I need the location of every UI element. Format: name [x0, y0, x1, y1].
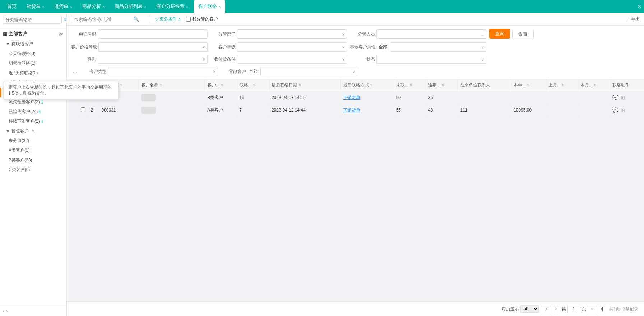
row1-this-month [578, 91, 610, 104]
retail-customer-field: 零散客户 全部 ∨ [221, 67, 357, 76]
first-page-btn[interactable]: |‹ [542, 305, 550, 313]
search-input[interactable] [74, 17, 132, 22]
retail-customer-arrow: ∨ [352, 70, 355, 74]
gender-select[interactable]: ∨ [98, 55, 208, 64]
row2-select[interactable] [81, 107, 85, 112]
close-customer-contact-tab[interactable]: × [218, 4, 221, 9]
row2-last-method[interactable]: 下销货单 [341, 104, 394, 117]
sort-icon-last-method: ⇅ [370, 83, 373, 87]
phone-input[interactable] [98, 29, 208, 39]
filter-row-2: 客户价格等级 ∨ 客户等级 ∨ 零散客户属性 全部 [71, 42, 640, 52]
edit-icon[interactable]: ✎ [32, 129, 35, 134]
sidebar-item-declining[interactable]: 持续下滑客户(2) ℹ [0, 117, 66, 126]
nav-tab-sales[interactable]: 销货单 × [22, 0, 48, 13]
row1-share-icon[interactable]: ⊞ [621, 95, 625, 100]
query-button[interactable]: 查询 [489, 29, 510, 39]
nav-tab-customer-contact[interactable]: 客户联络 × [194, 0, 225, 13]
more-conditions-btn[interactable]: ▽ 更多条件 ∧ [153, 15, 183, 23]
sidebar-item-ungrouped[interactable]: 未分组(32) [0, 136, 66, 146]
row1-last-method[interactable]: 下销货单 [341, 91, 394, 104]
my-customers-checkbox-label[interactable]: 我分管的客户 [186, 16, 218, 22]
more-dots-btn[interactable]: ... [71, 68, 79, 75]
nav-tab-analysis-list[interactable]: 商品分析列表 × [110, 0, 150, 13]
row2-share-icon[interactable]: ⊞ [621, 107, 625, 113]
close-analysis-list-tab[interactable]: × [144, 4, 146, 9]
close-purchase-tab[interactable]: × [70, 4, 72, 9]
search-icon[interactable]: 🔍 [133, 16, 139, 22]
manager-select[interactable]: ... [376, 29, 486, 39]
sidebar-item-churned[interactable]: 已流失客户(24) ℹ [0, 107, 66, 117]
pending-contact-label[interactable]: ▼ 待联络客户 [0, 39, 66, 49]
row2-method-link[interactable]: 下销货单 [343, 108, 360, 113]
price-level-select[interactable]: ∨ [98, 42, 208, 52]
row1-method-link[interactable]: 下销货单 [343, 95, 360, 100]
col-this-month[interactable]: 本月... ⇅ [578, 79, 610, 91]
sort-icon-last-month: ⇅ [562, 83, 565, 87]
close-sales-tab[interactable]: × [42, 4, 44, 9]
sort-icon-overdue: ⇅ [441, 83, 444, 87]
col-last-month[interactable]: 上月... ⇅ [546, 79, 578, 91]
page-number-input[interactable] [567, 305, 580, 313]
advanced-filters: 电话号码 分管部门 ∨ 分管人员 ... [67, 26, 644, 79]
export-btn[interactable]: ↑ 导出 [628, 16, 640, 22]
sort-icon-this-year: ⇅ [527, 83, 530, 87]
row2-checkbox[interactable] [78, 104, 88, 117]
last-page-btn[interactable]: ›| [598, 305, 606, 313]
dept-arrow: ∨ [342, 32, 344, 36]
next-page-btn[interactable]: › [588, 305, 596, 313]
all-customers-title[interactable]: ▦ 全部客户 ≫ [0, 28, 66, 39]
row2-name-blur [141, 107, 156, 114]
sidebar-item-tomorrow[interactable]: 明天待联络(1) [0, 58, 66, 68]
next-nav-arrow[interactable]: › [6, 308, 8, 314]
status-field: 状态 ∨ [350, 55, 486, 64]
table-body: 1 000039 B类客户 15 2023-04-17 14:19: 下销货单 … [67, 91, 644, 117]
status-select[interactable]: ∨ [376, 55, 486, 64]
col-unit-contact[interactable]: 往来单位联系人 [458, 79, 511, 91]
filter-row-4: ... 客户类型 ∨ 零散客户 全部 ∨ [71, 67, 640, 76]
col-level[interactable]: 客户... ⇅ [205, 79, 237, 91]
sidebar-search-icon[interactable]: 🔍 [63, 17, 67, 23]
arrow-down-icon: ▼ [6, 42, 10, 47]
close-customer-segment-tab[interactable]: × [186, 4, 188, 9]
row1-action: 💬 ⊞ [610, 91, 644, 104]
sidebar-item-today[interactable]: 今天待联络(0) [0, 49, 66, 58]
sidebar-item-7days[interactable]: 近7天待联络(0) [0, 68, 66, 78]
row1-chat-icon[interactable]: 💬 [612, 95, 618, 100]
row2-this-month [578, 104, 610, 117]
retail-customer-select[interactable]: ∨ [260, 67, 357, 76]
sidebar-search-input[interactable] [3, 16, 62, 24]
sidebar-item-b-class[interactable]: B类客户(33) [0, 155, 66, 165]
prev-page-btn[interactable]: ‹ [552, 305, 560, 313]
row2-unit-contact: 111 [458, 104, 511, 117]
col-uncontacted[interactable]: 未联... ⇅ [394, 79, 426, 91]
nav-tab-analysis[interactable]: 商品分析 × [78, 0, 109, 13]
col-this-year[interactable]: 本年... ⇅ [511, 79, 546, 91]
dept-select[interactable]: ∨ [237, 29, 347, 39]
prev-nav-arrow[interactable]: ‹ [3, 308, 5, 314]
my-customers-checkbox[interactable] [186, 17, 191, 22]
col-last-method[interactable]: 最后联络方式 ⇅ [341, 79, 394, 91]
collapse-btn[interactable]: ≫ [59, 31, 64, 37]
retail-attr-select[interactable]: ∨ [390, 42, 486, 52]
value-customer-label[interactable]: ▼ 价值客户 ✎ [0, 126, 66, 136]
nav-tab-home[interactable]: 首页 [3, 0, 21, 13]
sort-icon-level: ⇅ [221, 83, 224, 87]
col-name[interactable]: 客户名称 ⇅ [139, 79, 205, 91]
customer-level-select[interactable]: ∨ [237, 42, 347, 52]
col-last-date[interactable]: 最后联络日期 ⇅ [269, 79, 340, 91]
page-size-dropdown[interactable]: 50 100 200 [520, 305, 539, 313]
close-all-tabs[interactable]: × [638, 3, 641, 10]
nav-tab-purchase[interactable]: 进货单 × [50, 0, 76, 13]
sidebar-item-c-class[interactable]: C类客户(6) [0, 165, 66, 175]
sidebar-item-a-class[interactable]: A类客户(1) [0, 146, 66, 155]
settings-button[interactable]: 设置 [512, 29, 534, 39]
customer-type-select[interactable]: ∨ [108, 67, 218, 76]
chevron-up-icon: ∧ [178, 17, 181, 22]
payment-select[interactable]: ∨ [237, 55, 347, 64]
close-analysis-tab[interactable]: × [102, 4, 105, 9]
top-navigation: 首页 销货单 × 进货单 × 商品分析 × 商品分析列表 × 客户分层经营 × … [0, 0, 644, 13]
col-overdue[interactable]: 逾期... ⇅ [426, 79, 458, 91]
nav-tab-customer-segment[interactable]: 客户分层经营 × [152, 0, 193, 13]
col-contact[interactable]: 联络... ⇅ [237, 79, 269, 91]
row2-chat-icon[interactable]: 💬 [612, 107, 618, 113]
